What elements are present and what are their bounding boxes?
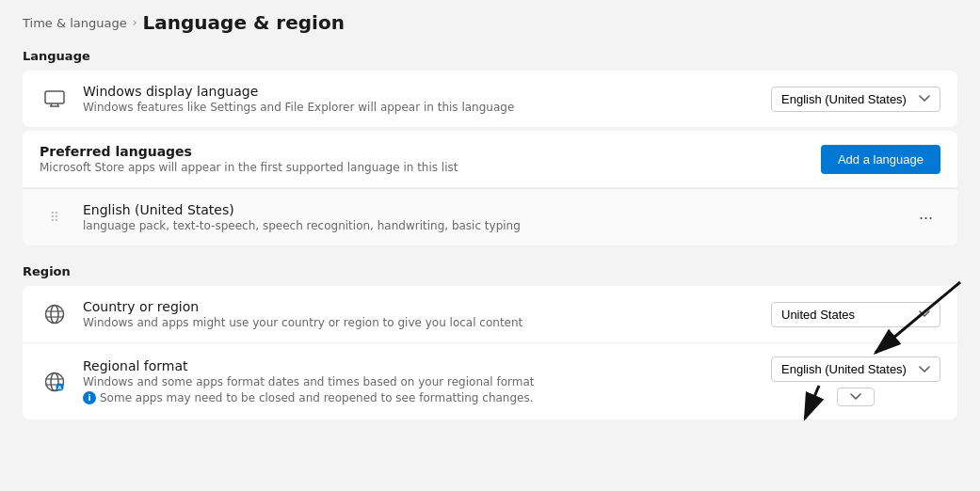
region-card: Country or region Windows and apps might…: [23, 286, 957, 420]
windows-display-language-card: Windows display language Windows feature…: [23, 71, 957, 127]
windows-display-language-desc: Windows features like Settings and File …: [83, 101, 758, 114]
regional-format-text: Regional format Windows and some apps fo…: [83, 358, 758, 404]
language-item-control: ···: [911, 204, 940, 231]
language-item-features: language pack, text-to-speech, speech re…: [83, 219, 898, 232]
regional-format-expand-button[interactable]: [837, 388, 875, 406]
region-section-label: Region: [23, 264, 957, 278]
regional-format-control: English (United States): [771, 356, 940, 406]
language-item-text: English (United States) language pack, t…: [83, 202, 898, 232]
breadcrumb-current: Language & region: [143, 11, 345, 34]
preferred-languages-row: Preferred languages Microsoft Store apps…: [23, 131, 957, 188]
add-language-button[interactable]: Add a language: [821, 145, 940, 174]
windows-display-language-title: Windows display language: [83, 84, 758, 99]
regional-format-dropdown[interactable]: English (United States): [771, 356, 940, 382]
drag-handle-icon[interactable]: ⠿: [40, 210, 70, 225]
breadcrumb-parent[interactable]: Time & language: [23, 16, 127, 30]
regional-format-icon: A: [40, 372, 70, 392]
regional-format-row: A Regional format Windows and some apps …: [23, 343, 957, 420]
svg-text:A: A: [57, 385, 62, 390]
language-section-label: Language: [23, 49, 957, 63]
windows-display-language-text: Windows display language Windows feature…: [83, 84, 758, 114]
regional-format-desc: Windows and some apps format dates and t…: [83, 375, 758, 388]
country-region-title: Country or region: [83, 299, 758, 314]
info-icon: i: [83, 391, 96, 404]
language-item-name: English (United States): [83, 202, 898, 217]
preferred-languages-control: Add a language: [821, 145, 940, 174]
windows-display-language-control: English (United States): [771, 87, 940, 112]
regional-format-title: Regional format: [83, 358, 758, 373]
country-region-control: United States: [771, 302, 940, 327]
breadcrumb: Time & language › Language & region: [23, 11, 957, 34]
svg-point-4: [46, 306, 64, 324]
country-region-text: Country or region Windows and apps might…: [83, 299, 758, 329]
country-region-dropdown[interactable]: United States: [771, 302, 940, 327]
language-item-more-button[interactable]: ···: [911, 204, 940, 231]
preferred-languages-card: Preferred languages Microsoft Store apps…: [23, 131, 957, 246]
windows-display-language-row: Windows display language Windows feature…: [23, 71, 957, 127]
globe-icon: [40, 304, 70, 325]
svg-point-5: [51, 306, 58, 324]
breadcrumb-separator: ›: [133, 16, 137, 29]
regional-format-note: Some apps may need to be closed and reop…: [100, 391, 534, 404]
svg-rect-0: [45, 91, 64, 103]
country-region-row: Country or region Windows and apps might…: [23, 286, 957, 343]
monitor-icon: [40, 90, 70, 107]
preferred-languages-title: Preferred languages: [40, 144, 808, 159]
preferred-languages-desc: Microsoft Store apps will appear in the …: [40, 161, 808, 174]
windows-display-language-dropdown[interactable]: English (United States): [771, 87, 940, 112]
preferred-languages-text: Preferred languages Microsoft Store apps…: [40, 144, 808, 174]
regional-format-note-row: i Some apps may need to be closed and re…: [83, 391, 758, 404]
country-region-desc: Windows and apps might use your country …: [83, 316, 758, 329]
language-item-row: ⠿ English (United States) language pack,…: [23, 188, 957, 246]
